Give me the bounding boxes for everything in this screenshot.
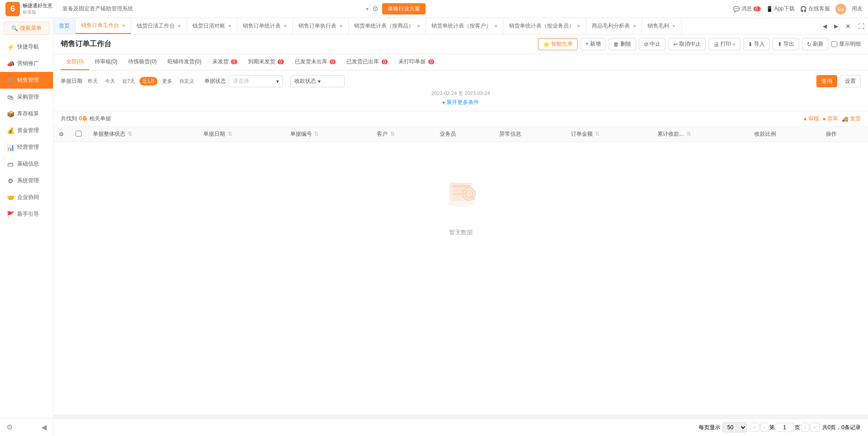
add-btn[interactable]: + 新增 (580, 38, 606, 50)
tab-home[interactable]: 首页 (53, 18, 76, 34)
date-custom[interactable]: 自定义 (177, 77, 197, 85)
tab-close-salesproduct[interactable]: ✕ (417, 24, 420, 28)
th-checkbox[interactable] (69, 127, 87, 142)
sub-tab-shop-ship[interactable]: 旺铺待发货(0) (162, 54, 207, 70)
settings-gear-icon[interactable]: ⚙ (6, 423, 13, 431)
sub-tab-unshipped[interactable]: 未发货 0 (207, 54, 243, 70)
tab-close-reconcile[interactable]: ✕ (228, 24, 231, 28)
date-today[interactable]: 今天 (102, 77, 118, 85)
reject-action[interactable]: ● 弃审 (823, 115, 838, 123)
online-service-btn[interactable]: 🎧 在线客服 (800, 5, 830, 13)
tab-sales-customer[interactable]: 销货单统计表（按客户） ✕ (426, 18, 504, 34)
review-action[interactable]: ● 审核 (804, 115, 819, 123)
last-page-btn[interactable]: » (810, 423, 820, 432)
smart-generate-btn[interactable]: ⭐ 智能生单 (538, 38, 578, 50)
tab-reconcile[interactable]: 钱货日清对账 ✕ (187, 18, 237, 34)
import-btn[interactable]: ⬇ 导入 (743, 38, 770, 50)
date-7days[interactable]: 近7天 (120, 77, 138, 85)
cancel-suspend-btn[interactable]: ↩ 取消中止 (668, 38, 706, 50)
th-amount[interactable]: 订单金额 ⇅ (566, 127, 652, 142)
expand-filter-btn[interactable]: ▾ 展开更多条件 (442, 99, 479, 106)
th-status[interactable]: 单据整体状态 ⇅ (87, 127, 198, 142)
tab-close-salesmargin[interactable]: ✕ (672, 24, 676, 28)
message-btn[interactable]: 💬 消息 6 (733, 5, 761, 13)
settings-filter-btn[interactable]: 设置 (840, 75, 861, 87)
sub-tab-unprinted[interactable]: 未打印单据 0 (393, 54, 440, 70)
tab-close-orderexec[interactable]: ✕ (339, 24, 343, 28)
tab-close-sales[interactable]: ✕ (122, 23, 125, 28)
page-size-select[interactable]: 50 100 200 (722, 422, 747, 432)
delete-btn[interactable]: 🗑 删除 (609, 38, 636, 50)
tab-close-salescustomer[interactable]: ✕ (494, 24, 498, 28)
search-menu-btn[interactable]: 🔍 搜索菜单 (4, 22, 49, 35)
tab-maximize[interactable]: ⛶ (854, 23, 868, 30)
collapse-icon[interactable]: ◀ (41, 423, 47, 431)
sidebar-item-operations[interactable]: 📊 经营管理 (0, 139, 53, 156)
tab-sales-product[interactable]: 销货单统计表（按商品） ✕ (349, 18, 426, 34)
tab-nav-left[interactable]: ◀ (819, 23, 830, 29)
tab-sales-staff[interactable]: 销货单统计表（按业务员） ✕ (504, 18, 586, 34)
app-download-btn[interactable]: 📱 App下载 (766, 5, 795, 13)
th-settings[interactable]: ⚙ (53, 127, 69, 142)
settings-icon[interactable]: ⚙ (372, 5, 379, 13)
result-prefix: 共找到 (61, 115, 77, 123)
print-btn[interactable]: 🖨 打印 ▾ (709, 38, 740, 50)
tab-close-all[interactable]: ✕ (842, 23, 854, 30)
ship-action[interactable]: 🚚 发货 (842, 115, 861, 123)
th-received[interactable]: 累计收款... ⇅ (652, 127, 749, 142)
sub-tab-all[interactable]: 全部(0) (61, 54, 89, 70)
th-customer[interactable]: 客户 ⇅ (371, 127, 434, 142)
first-page-btn[interactable]: « (750, 423, 759, 432)
prev-page-btn[interactable]: ‹ (760, 423, 768, 432)
industry-btn[interactable]: 体验行业方案 (382, 3, 426, 14)
sidebar-item-cooperation[interactable]: 🤝 企业协同 (0, 189, 53, 206)
th-salesperson[interactable]: 业务员 (434, 127, 494, 142)
sidebar-item-purchase[interactable]: 🛍 采购管理 (0, 89, 53, 105)
sub-tab-shipped-out[interactable]: 已发货已出库 0 (341, 54, 393, 70)
th-date[interactable]: 单据日期 ⇅ (198, 127, 285, 142)
refresh-btn[interactable]: ↻ 刷新 (802, 38, 829, 50)
date-yesterday[interactable]: 昨天 (85, 77, 101, 85)
sub-tab-overdue[interactable]: 到期未发货 0 (243, 54, 289, 70)
th-abnormal[interactable]: 异常信息 (494, 127, 566, 142)
tab-close-margin[interactable]: ✕ (633, 24, 636, 28)
tab-sales-margin[interactable]: 销售毛利 ✕ (642, 18, 681, 34)
show-detail-checkbox[interactable] (831, 41, 837, 47)
suspend-btn[interactable]: ⊘ 中止 (639, 38, 666, 50)
th-number[interactable]: 单据编号 ⇅ (285, 127, 372, 142)
select-all-checkbox[interactable] (76, 131, 82, 137)
tab-order-stats[interactable]: 销售订单统计表 ✕ (237, 18, 293, 34)
sub-tab-pending-inspect[interactable]: 待拣验货(0) (123, 54, 162, 70)
sub-tab-pending-review[interactable]: 待审核(0) (89, 54, 123, 70)
tab-sales-order[interactable]: 销售订单工作台 ✕ (76, 18, 131, 34)
sidebar-item-basic-info[interactable]: 🗃 基础信息 (0, 156, 53, 172)
tab-cash-clear[interactable]: 钱货日清工作台 ✕ (131, 18, 187, 34)
tab-margin[interactable]: 商品毛利分析表 ✕ (586, 18, 642, 34)
tab-order-exec[interactable]: 销售订单执行表 ✕ (293, 18, 349, 34)
sidebar-item-sales[interactable]: 🛒 销售管理 (0, 72, 53, 89)
tab-close-salesstaff[interactable]: ✕ (577, 24, 580, 28)
status-select[interactable]: 请选择 ▾ (229, 75, 283, 87)
tab-close-orderstats[interactable]: ✕ (283, 24, 287, 28)
dropdown-icon[interactable]: ▾ (366, 6, 369, 12)
query-btn[interactable]: 查询 (816, 75, 837, 87)
payment-select[interactable]: 收款状态 ▾ (290, 75, 345, 87)
tab-nav-right[interactable]: ▶ (830, 23, 842, 29)
next-page-btn[interactable]: › (801, 423, 809, 432)
export-btn[interactable]: ⬆ 导出 (772, 38, 799, 50)
tab-close-cash[interactable]: ✕ (177, 24, 181, 28)
scrollbar-placeholder[interactable] (53, 415, 868, 418)
date-1month[interactable]: 近1月 (139, 77, 158, 85)
sidebar-item-inventory[interactable]: 📦 库存核算 (0, 105, 53, 122)
user-avatar[interactable]: Ea (835, 4, 846, 14)
show-detail-checkbox-label[interactable]: 显示明细 (831, 40, 861, 48)
sidebar-item-quick-nav[interactable]: ⚡ 快捷导航 (0, 38, 53, 55)
sidebar-item-marketing[interactable]: 📣 营销推广 (0, 55, 53, 72)
sub-tab-shipped-not-out[interactable]: 已发货未出库 0 (289, 54, 341, 70)
user-name[interactable]: 用友 (852, 5, 863, 13)
sidebar-item-system[interactable]: ⚙ 系统管理 (0, 172, 53, 189)
page-number-input[interactable] (776, 423, 794, 432)
sidebar-item-newbie[interactable]: 🚩 新手引导 (0, 206, 53, 223)
date-more[interactable]: 更多 (159, 77, 175, 85)
sidebar-item-finance[interactable]: 💰 资金管理 (0, 122, 53, 139)
